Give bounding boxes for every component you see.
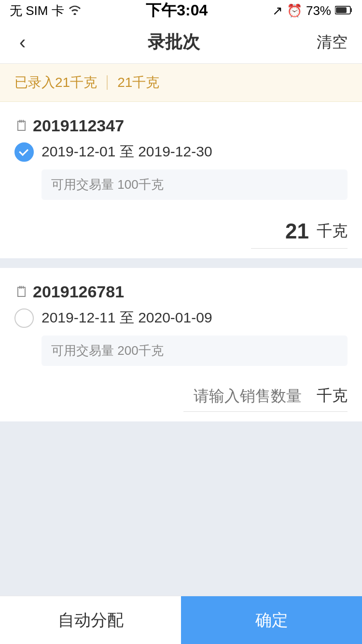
batch2-avail: 可用交易量 200千克: [42, 336, 348, 366]
batch2-unit: 千克: [317, 385, 348, 406]
recorded-amount: 已录入21千克: [14, 73, 97, 92]
section-separator: [0, 258, 362, 268]
batch1-date-row[interactable]: 2019-12-01 至 2019-12-30: [14, 142, 348, 162]
status-right: ↗ ⏰ 73%: [272, 3, 352, 18]
battery-icon: [335, 3, 352, 18]
doc-icon-1: 🗒: [14, 118, 29, 134]
batch1-avail: 可用交易量 100千克: [42, 169, 348, 200]
svg-rect-1: [350, 8, 352, 12]
location-icon: ↗: [272, 3, 283, 18]
svg-rect-2: [336, 7, 347, 13]
batch1-amount-unit: 千克: [317, 221, 348, 242]
total-amount: 21千克: [117, 73, 159, 92]
bottom-bar: 自动分配 确定: [0, 596, 362, 644]
nav-bar: ‹ 录批次 清空: [0, 21, 362, 64]
battery-label: 73%: [306, 3, 331, 18]
info-banner: 已录入21千克 21千克: [0, 64, 362, 102]
batch2-input-row: 千克: [0, 376, 362, 411]
qty-input[interactable]: [164, 387, 309, 405]
confirm-button[interactable]: 确定: [181, 596, 362, 644]
batch2-id: 2019126781: [33, 282, 124, 301]
batch2-date: 2019-12-11 至 2020-01-09: [42, 308, 212, 328]
batch1-amount-value[interactable]: 21: [285, 219, 309, 243]
batch1-amount-row: 21 千克: [0, 210, 362, 248]
sim-label: 无 SIM 卡: [10, 2, 64, 19]
status-left: 无 SIM 卡: [10, 2, 82, 19]
batch1-date: 2019-12-01 至 2019-12-30: [42, 142, 212, 162]
banner-divider: [107, 75, 108, 90]
batch1-radio[interactable]: [14, 142, 34, 162]
status-time: 下午3:04: [146, 0, 208, 21]
alarm-icon: ⏰: [287, 3, 302, 18]
batch1-card: 🗒 2019112347 2019-12-01 至 2019-12-30 可用交…: [0, 102, 362, 258]
auto-distribute-button[interactable]: 自动分配: [0, 596, 181, 644]
batch2-card: 🗒 2019126781 2019-12-11 至 2020-01-09 可用交…: [0, 268, 362, 421]
status-bar: 无 SIM 卡 下午3:04 ↗ ⏰ 73%: [0, 0, 362, 21]
wifi-icon: [68, 3, 82, 18]
batch2-radio[interactable]: [14, 308, 34, 328]
batch2-date-row[interactable]: 2019-12-11 至 2020-01-09: [14, 308, 348, 328]
doc-icon-2: 🗒: [14, 284, 29, 300]
batch1-id: 2019112347: [33, 116, 124, 135]
empty-area: [0, 421, 362, 615]
page-title: 录批次: [148, 30, 200, 54]
clear-button[interactable]: 清空: [317, 32, 348, 53]
back-button[interactable]: ‹: [14, 27, 30, 58]
